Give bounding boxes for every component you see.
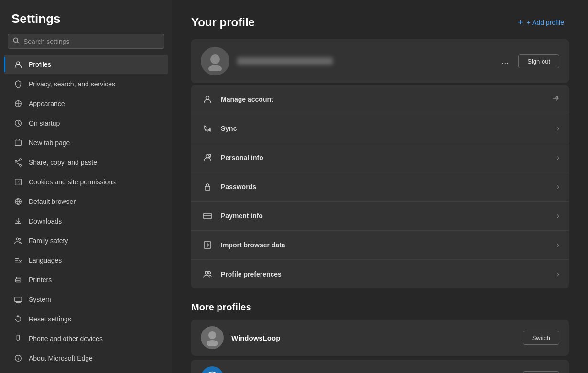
main-content: Your profile + + Add profile ... Sign ou… — [172, 0, 588, 373]
sidebar-label-new-tab: New tab page — [29, 139, 70, 147]
profile-avatar — [201, 47, 229, 75]
add-profile-label: + Add profile — [527, 19, 564, 26]
svg-point-23 — [205, 271, 208, 274]
settings-row-manage-account[interactable]: Manage account — [191, 85, 569, 114]
sidebar-label-on-startup: On startup — [29, 119, 60, 127]
search-input[interactable] — [23, 38, 159, 45]
profile-prefs-chevron-icon: › — [557, 270, 559, 278]
svg-rect-21 — [204, 213, 211, 219]
sidebar-label-privacy: Privacy, search, and services — [29, 80, 115, 88]
sidebar-label-phone-devices: Phone and other devices — [29, 335, 103, 342]
sidebar-item-family-safety[interactable]: Family safety — [4, 231, 168, 250]
privacy-icon — [13, 79, 23, 89]
profile-card: ... Sign out — [191, 39, 569, 83]
profile-item-windowsloop: WindowsLoop Switch — [191, 320, 569, 356]
settings-row-profile-preferences[interactable]: Profile preferences › — [191, 260, 569, 288]
profiles-icon — [13, 60, 23, 69]
manage-account-ext-icon — [552, 95, 559, 104]
languages-icon — [13, 256, 23, 265]
manage-account-icon — [201, 93, 214, 106]
sidebar-item-reset-settings[interactable]: Reset settings — [4, 309, 168, 329]
more-options-dots: ... — [501, 56, 509, 66]
svg-point-25 — [208, 331, 216, 339]
family-safety-icon — [13, 236, 23, 245]
settings-list: Manage account Sync › Personal info — [191, 85, 569, 288]
profile-name-blurred — [237, 57, 333, 65]
system-icon — [13, 295, 23, 304]
settings-row-personal-info[interactable]: Personal info › — [191, 143, 569, 172]
sidebar-label-family-safety: Family safety — [29, 237, 68, 245]
search-box-container[interactable] — [8, 34, 164, 49]
more-profiles-title: More profiles — [191, 302, 569, 313]
appearance-icon — [13, 99, 23, 108]
sidebar-item-privacy[interactable]: Privacy, search, and services — [4, 75, 168, 94]
profile-avatar-windowsloop-x2 — [201, 366, 224, 373]
main-header: Your profile + + Add profile — [191, 15, 569, 30]
sidebar-label-printers: Printers — [29, 276, 52, 284]
sidebar-item-cookies[interactable]: Cookies and site permissions — [4, 172, 168, 192]
search-icon — [13, 37, 20, 45]
profile-item-windowsloop-x2: WindowsLoop x2 Switch — [191, 360, 569, 373]
settings-row-import[interactable]: Import browser data › — [191, 231, 569, 260]
sidebar-item-printers[interactable]: Printers — [4, 270, 168, 289]
sidebar-item-default-browser[interactable]: Default browser — [4, 192, 168, 211]
sidebar-label-downloads: Downloads — [29, 217, 62, 225]
add-profile-button[interactable]: + + Add profile — [513, 15, 569, 30]
profile-name-windowsloop: WindowsLoop — [231, 334, 523, 342]
sidebar-item-appearance[interactable]: Appearance — [4, 94, 168, 113]
on-startup-icon — [13, 118, 23, 128]
import-chevron-icon: › — [557, 241, 559, 249]
sidebar-item-on-startup[interactable]: On startup — [4, 114, 168, 133]
default-browser-icon — [13, 197, 23, 206]
svg-rect-12 — [17, 335, 19, 340]
page-title: Your profile — [191, 16, 255, 29]
settings-row-passwords[interactable]: Passwords › — [191, 172, 569, 202]
sidebar-item-new-tab[interactable]: New tab page — [4, 133, 168, 152]
passwords-icon — [201, 180, 214, 193]
share-icon — [13, 158, 23, 167]
sign-out-button[interactable]: Sign out — [518, 54, 559, 68]
personal-info-icon — [201, 151, 214, 164]
settings-row-sync[interactable]: Sync › — [191, 114, 569, 143]
settings-label-passwords: Passwords — [221, 183, 557, 191]
personal-info-chevron-icon: › — [557, 153, 559, 162]
svg-rect-20 — [205, 186, 210, 190]
sync-chevron-icon: › — [557, 124, 559, 133]
sidebar-item-share[interactable]: Share, copy, and paste — [4, 153, 168, 172]
cookies-icon — [13, 177, 23, 187]
settings-label-payment-info: Payment info — [221, 212, 557, 220]
sidebar-item-about[interactable]: About Microsoft Edge — [4, 349, 168, 368]
sidebar-item-profiles[interactable]: Profiles — [4, 55, 168, 74]
sync-icon — [201, 122, 214, 135]
about-icon — [13, 353, 23, 363]
svg-line-1 — [17, 42, 19, 43]
sidebar-item-system[interactable]: System — [4, 290, 168, 309]
svg-point-8 — [16, 238, 19, 240]
reset-icon — [13, 314, 23, 324]
sidebar-label-share: Share, copy, and paste — [29, 159, 97, 166]
add-icon: + — [518, 18, 523, 27]
sidebar-item-downloads[interactable]: Downloads — [4, 212, 168, 231]
sidebar-nav: Profiles Privacy, search, and services A… — [0, 54, 172, 368]
sidebar-item-phone-devices[interactable]: Phone and other devices — [4, 329, 168, 348]
settings-label-profile-preferences: Profile preferences — [221, 270, 557, 278]
profile-avatar-area — [201, 47, 498, 75]
profile-avatar-windowsloop — [201, 326, 224, 349]
sidebar-label-default-browser: Default browser — [29, 198, 76, 205]
sidebar-label-about: About Microsoft Edge — [29, 354, 93, 362]
svg-point-26 — [207, 340, 218, 346]
sidebar-item-languages[interactable]: Languages — [4, 251, 168, 270]
settings-label-sync: Sync — [221, 125, 557, 132]
switch-button-windowsloop-x2[interactable]: Switch — [523, 371, 559, 373]
sidebar-label-profiles: Profiles — [29, 61, 51, 68]
sidebar: Settings Profiles Privacy, search, and s… — [0, 0, 172, 373]
switch-button-windowsloop[interactable]: Switch — [523, 331, 559, 345]
settings-row-payment-info[interactable]: Payment info › — [191, 202, 569, 231]
svg-rect-11 — [15, 297, 22, 302]
more-options-button[interactable]: ... — [498, 54, 512, 68]
import-icon — [201, 238, 214, 252]
payment-icon — [201, 209, 214, 223]
phone-icon — [13, 334, 23, 343]
new-tab-icon — [13, 138, 23, 148]
settings-label-import: Import browser data — [221, 241, 557, 249]
